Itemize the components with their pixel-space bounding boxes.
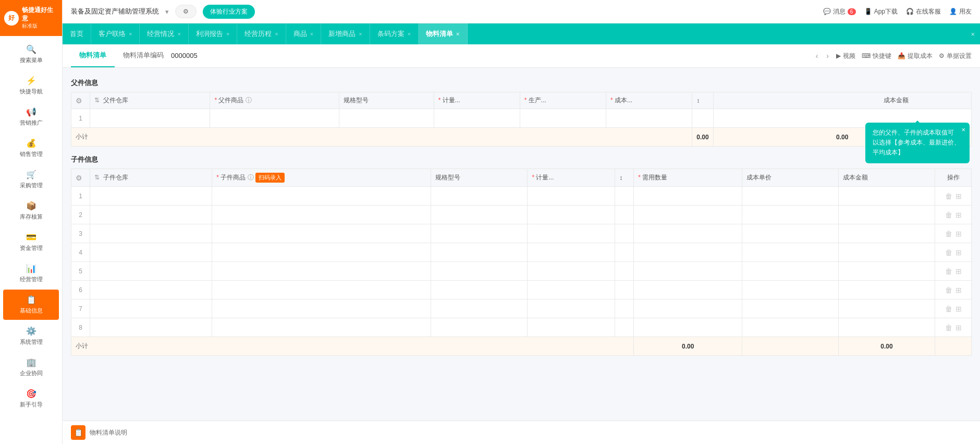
copy-btn[interactable]: ⊞	[956, 211, 962, 219]
tab-barcode-close[interactable]: ×	[408, 31, 411, 37]
sub-tab-bom-code[interactable]: 物料清单编码 0000005	[115, 44, 206, 67]
sidebar-item-operations[interactable]: 📊 经营管理	[3, 258, 59, 289]
delete-btn[interactable]: 🗑	[945, 286, 952, 294]
child-row-goods[interactable]	[212, 243, 431, 262]
child-row-quantity[interactable]	[634, 187, 742, 206]
child-row-unit[interactable]	[528, 206, 615, 224]
child-row-unit-cost[interactable]	[742, 299, 839, 318]
parent-row-warehouse[interactable]	[90, 109, 210, 128]
child-row-goods[interactable]	[212, 299, 431, 318]
child-row-quantity[interactable]	[634, 262, 742, 281]
child-row-goods[interactable]	[212, 318, 431, 337]
sidebar-item-enterprise[interactable]: 🏢 企业协同	[3, 352, 59, 382]
child-row-warehouse[interactable]	[90, 281, 212, 299]
sidebar-item-search[interactable]: 🔍 搜索菜单	[3, 39, 59, 69]
tab-home[interactable]: 首页	[63, 23, 91, 44]
delete-btn[interactable]: 🗑	[945, 192, 952, 200]
child-row-goods[interactable]	[212, 224, 431, 243]
child-row-cost-amount[interactable]	[839, 262, 935, 281]
single-settings-btn[interactable]: ⚙ 单据设置	[939, 52, 972, 61]
app-download-btn[interactable]: 📱 App下载	[864, 7, 898, 16]
copy-btn[interactable]: ⊞	[956, 286, 962, 294]
tab-goods[interactable]: 商品 ×	[286, 23, 321, 44]
child-row-spec[interactable]	[431, 187, 528, 206]
prev-arrow[interactable]: ‹	[815, 52, 819, 60]
copy-btn[interactable]: ⊞	[956, 305, 962, 313]
child-row-warehouse[interactable]	[90, 224, 212, 243]
parent-row-goods[interactable]	[210, 109, 339, 128]
sidebar-item-sales[interactable]: 💰 销售管理	[3, 133, 59, 163]
child-row-quantity[interactable]	[634, 281, 742, 299]
tab-bom-close[interactable]: ×	[456, 31, 459, 37]
child-row-sort[interactable]	[615, 262, 634, 281]
next-arrow[interactable]: ›	[825, 52, 830, 60]
child-row-quantity[interactable]	[634, 243, 742, 262]
user-btn[interactable]: 👤 用友	[949, 7, 972, 16]
delete-btn[interactable]: 🗑	[945, 267, 952, 275]
tab-new-goods-close[interactable]: ×	[359, 31, 362, 37]
child-row-spec[interactable]	[431, 299, 528, 318]
sidebar-item-quick-nav[interactable]: ⚡ 快捷导航	[3, 70, 59, 101]
child-row-unit-cost[interactable]	[742, 318, 839, 337]
child-row-sort[interactable]	[615, 224, 634, 243]
extract-cost-btn[interactable]: 📥 提取成本	[898, 52, 933, 61]
child-row-unit-cost[interactable]	[742, 224, 839, 243]
child-row-spec[interactable]	[431, 281, 528, 299]
copy-btn[interactable]: ⊞	[956, 267, 962, 275]
child-row-sort[interactable]	[615, 281, 634, 299]
tab-goods-close[interactable]: ×	[310, 31, 313, 37]
tab-profit[interactable]: 利润报告 ×	[189, 23, 237, 44]
tooltip-close-btn[interactable]: ×	[961, 125, 965, 136]
child-row-spec[interactable]	[431, 243, 528, 262]
child-row-spec[interactable]	[431, 262, 528, 281]
child-col-settings[interactable]: ⚙	[71, 169, 90, 187]
child-row-cost-amount[interactable]	[839, 187, 935, 206]
shortcut-btn[interactable]: ⌨ 快捷键	[862, 52, 891, 61]
parent-row-sort[interactable]	[692, 109, 713, 128]
sub-tab-bom-list[interactable]: 物料清单	[71, 44, 115, 67]
child-row-quantity[interactable]	[634, 206, 742, 224]
tab-profit-close[interactable]: ×	[226, 31, 229, 37]
settings-btn[interactable]: ⚙	[175, 5, 197, 18]
child-row-cost-amount[interactable]	[839, 206, 935, 224]
child-row-sort[interactable]	[615, 187, 634, 206]
child-row-unit[interactable]	[528, 187, 615, 206]
tab-barcode[interactable]: 条码方案 ×	[370, 23, 419, 44]
tab-operations-close[interactable]: ×	[177, 31, 180, 37]
parent-row-unit[interactable]	[434, 109, 520, 128]
child-row-goods[interactable]	[212, 281, 431, 299]
child-row-goods[interactable]	[212, 187, 431, 206]
sidebar-item-system[interactable]: ⚙️ 系统管理	[3, 321, 59, 351]
sidebar-item-inventory[interactable]: 📦 库存核算	[3, 196, 59, 226]
parent-row-spec[interactable]	[339, 109, 434, 128]
tab-operations[interactable]: 经营情况 ×	[140, 23, 188, 44]
video-btn[interactable]: ▶ 视频	[836, 52, 855, 61]
tab-new-goods[interactable]: 新增商品 ×	[321, 23, 370, 44]
child-row-cost-amount[interactable]	[839, 224, 935, 243]
tab-customer-close[interactable]: ×	[129, 31, 132, 37]
child-row-unit-cost[interactable]	[742, 262, 839, 281]
child-row-sort[interactable]	[615, 318, 634, 337]
tab-history[interactable]: 经营历程 ×	[237, 23, 286, 44]
parent-col-settings[interactable]: ⚙	[71, 92, 90, 109]
child-row-quantity[interactable]	[634, 318, 742, 337]
child-row-unit[interactable]	[528, 299, 615, 318]
sidebar-item-guide[interactable]: 🎯 新手引导	[3, 383, 59, 414]
child-row-unit[interactable]	[528, 224, 615, 243]
sidebar-item-finance[interactable]: 💳 资金管理	[3, 227, 59, 257]
child-row-spec[interactable]	[431, 224, 528, 243]
child-row-warehouse[interactable]	[90, 299, 212, 318]
delete-btn[interactable]: 🗑	[945, 230, 952, 238]
sidebar-item-purchase[interactable]: 🛒 采购管理	[3, 164, 59, 195]
child-row-cost-amount[interactable]	[839, 243, 935, 262]
delete-btn[interactable]: 🗑	[945, 323, 952, 332]
child-row-quantity[interactable]	[634, 224, 742, 243]
child-row-spec[interactable]	[431, 206, 528, 224]
sidebar-item-marketing[interactable]: 📢 营销推广	[3, 102, 59, 132]
child-row-warehouse[interactable]	[90, 243, 212, 262]
child-row-warehouse[interactable]	[90, 206, 212, 224]
child-row-goods[interactable]	[212, 206, 431, 224]
delete-btn[interactable]: 🗑	[945, 248, 952, 257]
child-row-warehouse[interactable]	[90, 187, 212, 206]
tab-close-all[interactable]: ×	[965, 26, 980, 42]
